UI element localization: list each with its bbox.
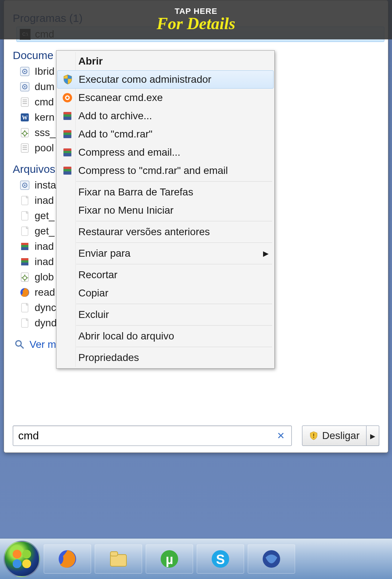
search-box[interactable]: ✕ xyxy=(13,425,292,446)
result-label: cmd xyxy=(35,28,54,40)
context-menu-label: Executar como administrador xyxy=(76,74,268,85)
result-label: cmd xyxy=(35,96,54,108)
rar-icon xyxy=(59,145,75,160)
context-menu-label: Add to "cmd.rar" xyxy=(75,128,268,140)
blank-icon xyxy=(19,195,30,206)
reg-icon xyxy=(19,180,30,191)
context-menu-item[interactable]: Compress to "cmd.rar" and email xyxy=(57,162,274,180)
context-menu-label: Recortar xyxy=(75,269,268,281)
blank-icon xyxy=(59,329,75,343)
start-menu-footer: ✕ Desligar ▸ xyxy=(13,425,379,446)
result-label: read xyxy=(35,287,55,298)
context-menu-separator xyxy=(76,304,272,304)
context-menu-item[interactable]: Excluir xyxy=(57,306,274,324)
section-programas: Programas (1) xyxy=(4,0,388,26)
blank-icon xyxy=(59,307,75,322)
chevron-right-icon: ▶ xyxy=(263,249,268,258)
context-menu-item[interactable]: Restaurar versões anteriores xyxy=(57,223,274,241)
result-label: glob xyxy=(35,271,54,283)
clear-search-icon[interactable]: ✕ xyxy=(275,430,286,442)
rar-icon xyxy=(59,127,75,141)
context-menu-separator xyxy=(76,264,272,264)
context-menu-item[interactable]: Propriedades xyxy=(57,349,274,367)
context-menu-item[interactable]: Enviar para▶ xyxy=(57,244,274,263)
context-menu-item[interactable]: Abrir xyxy=(57,52,274,70)
start-button[interactable] xyxy=(4,541,40,577)
shutdown-button[interactable]: Desligar xyxy=(302,425,366,446)
blank-icon xyxy=(59,286,75,300)
result-label: dync xyxy=(35,302,56,314)
result-item[interactable]: C:\cmd xyxy=(16,27,384,42)
section-arquivos-label: Arquivos xyxy=(13,163,55,175)
context-menu-item[interactable]: Compress and email... xyxy=(57,143,274,162)
shutdown-options-button[interactable]: ▸ xyxy=(366,425,379,446)
context-menu: AbrirExecutar como administradorEscanear… xyxy=(56,50,275,369)
reg-icon xyxy=(19,66,30,77)
ff-icon xyxy=(19,287,30,298)
context-menu-separator xyxy=(76,181,272,182)
blank-icon xyxy=(59,225,75,239)
txt-icon xyxy=(19,143,30,154)
blank-icon xyxy=(59,350,75,365)
result-label: get_ xyxy=(35,210,55,222)
txt-icon xyxy=(19,97,30,108)
context-menu-item[interactable]: Executar como administrador xyxy=(57,70,274,89)
context-menu-item[interactable]: Abrir local do arquivo xyxy=(57,327,274,345)
svg-text:S: S xyxy=(216,552,225,567)
context-menu-label: Excluir xyxy=(75,309,268,320)
context-menu-item[interactable]: Fixar no Menu Iniciar xyxy=(57,201,274,219)
result-label: kern xyxy=(35,112,54,123)
taskbar-firefox[interactable] xyxy=(44,544,91,574)
blank-icon xyxy=(19,210,30,221)
blank-icon xyxy=(59,203,75,218)
context-menu-label: Restaurar versões anteriores xyxy=(75,226,268,238)
conf-icon xyxy=(19,127,30,138)
svg-rect-24 xyxy=(110,552,118,556)
context-menu-label: Enviar para xyxy=(75,248,268,259)
context-menu-separator xyxy=(76,325,272,326)
result-label: insta xyxy=(35,179,56,191)
taskbar-thunderbird[interactable] xyxy=(248,544,295,574)
svg-text:µ: µ xyxy=(166,552,173,567)
section-documentos-label: Docume xyxy=(13,49,54,61)
context-menu-label: Copiar xyxy=(75,287,268,299)
result-label: inad xyxy=(35,241,54,252)
blank-icon xyxy=(59,268,75,282)
shield-icon xyxy=(60,72,76,87)
context-menu-item[interactable]: Fixar na Barra de Tarefas xyxy=(57,183,274,201)
section-programas-label: Programas (1) xyxy=(13,12,83,24)
blank-icon xyxy=(19,226,30,237)
taskbar-utorrent[interactable]: µ xyxy=(146,544,193,574)
context-menu-label: Add to archive... xyxy=(75,110,268,122)
cmd-icon: C:\ xyxy=(20,29,31,40)
context-menu-item[interactable]: Escanear cmd.exe xyxy=(57,89,274,107)
context-menu-label: Compress and email... xyxy=(75,147,268,158)
taskbar-skype[interactable]: S xyxy=(197,544,244,574)
word-icon xyxy=(19,112,30,123)
context-menu-label: Fixar no Menu Iniciar xyxy=(75,205,268,216)
context-menu-item[interactable]: Add to archive... xyxy=(57,107,274,125)
rar-icon xyxy=(59,109,75,123)
context-menu-label: Escanear cmd.exe xyxy=(75,92,268,104)
context-menu-separator xyxy=(76,347,272,347)
shield-warn-icon xyxy=(309,431,318,440)
shutdown-group: Desligar ▸ xyxy=(302,425,379,446)
blank-icon xyxy=(19,318,30,329)
context-menu-item[interactable]: Copiar xyxy=(57,284,274,302)
programas-list: C:\cmd xyxy=(4,26,388,44)
context-menu-separator xyxy=(76,221,272,221)
blank-icon xyxy=(59,185,75,199)
context-menu-item[interactable]: Recortar xyxy=(57,266,274,284)
blank-icon xyxy=(59,54,75,69)
result-label: get_ xyxy=(35,225,55,237)
context-menu-label: Fixar na Barra de Tarefas xyxy=(75,186,268,198)
context-menu-item[interactable]: Add to "cmd.rar" xyxy=(57,125,274,143)
blank-icon xyxy=(19,302,30,313)
rar-icon xyxy=(19,256,30,267)
taskbar: µ S xyxy=(0,538,392,579)
context-menu-label: Propriedades xyxy=(75,352,268,364)
search-input[interactable] xyxy=(18,430,275,442)
rar-icon xyxy=(19,241,30,252)
search-icon xyxy=(14,339,25,350)
taskbar-explorer[interactable] xyxy=(95,544,142,574)
